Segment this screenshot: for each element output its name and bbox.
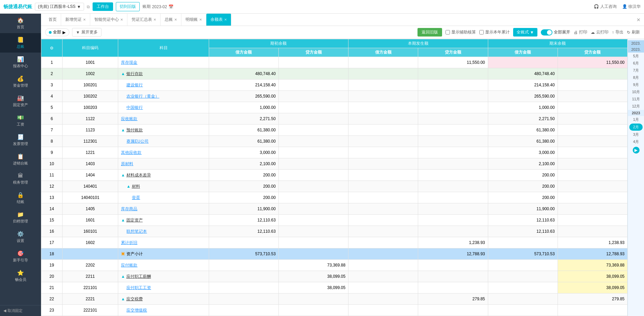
- row-num: 2: [41, 68, 63, 80]
- sidebar-item-invoice[interactable]: 🧾 发票管理: [0, 130, 41, 150]
- cloud-print-action[interactable]: ☁ 云打印: [591, 29, 608, 35]
- close-all-tabs[interactable]: ✕: [636, 14, 641, 26]
- account-name[interactable]: 中国银行: [118, 102, 209, 113]
- account-name[interactable]: ▣ 资产小计: [118, 248, 209, 260]
- print-action[interactable]: 🖨 打印: [574, 29, 587, 35]
- account-name[interactable]: ▲ 固定资产: [118, 215, 209, 226]
- calendar-icon[interactable]: 📅: [168, 4, 174, 9]
- toggle-expand[interactable]: [541, 29, 552, 35]
- sidebar-item-member[interactable]: ⭐ 畅会员: [0, 266, 41, 286]
- opening-debit: [209, 305, 278, 316]
- sidebar-item-guide[interactable]: 🎯 新手引导: [0, 247, 41, 266]
- account-name[interactable]: 赛属EU公司: [118, 136, 209, 147]
- sidebar-item-closing[interactable]: 🔒 结账: [0, 188, 41, 208]
- tab-ledger[interactable]: 总账 ✕: [161, 14, 181, 26]
- table-container[interactable]: ⚙ 科目编码 科目 期初余额 本期发生额 期末余额 借方金额 贷方金额 借方金额…: [41, 39, 628, 316]
- sidebar-item-home[interactable]: 🏠 首页: [0, 14, 41, 33]
- tab-voucher-summary-close[interactable]: ✕: [153, 18, 156, 21]
- account-name[interactable]: ▲ 材料: [118, 181, 209, 192]
- current-debit: [348, 158, 418, 170]
- check-assist-text: 显示辅助核算: [451, 29, 476, 35]
- account-name[interactable]: 应交增值税: [118, 305, 209, 316]
- opening-debit: 2,100.00: [209, 158, 278, 170]
- tab-detail[interactable]: 明细账 ✕: [181, 14, 206, 26]
- customer-service[interactable]: 🎧 人工咨询: [594, 4, 616, 10]
- account-name[interactable]: 壹蛋: [118, 192, 209, 203]
- check-ytd-label[interactable]: 显示本年累计: [479, 29, 510, 35]
- tab-ledger-close[interactable]: ✕: [174, 18, 177, 21]
- filter-all-button[interactable]: 全部 ▶: [45, 28, 69, 36]
- account-name[interactable]: 应付账款: [118, 260, 209, 271]
- account-name[interactable]: 农业银行（黄金）: [118, 91, 209, 102]
- th-settings[interactable]: ⚙: [41, 39, 63, 57]
- sidebar-item-reports[interactable]: 📊 报表中心: [0, 53, 41, 72]
- copy-icon[interactable]: ⧉: [87, 4, 90, 9]
- right-panel-toggle-icon[interactable]: ▶: [633, 147, 640, 154]
- account-name[interactable]: 建设银行: [118, 80, 209, 91]
- tab-voucher-add-close[interactable]: ✕: [83, 18, 86, 21]
- return-old-version-button[interactable]: 返回旧版: [417, 28, 442, 37]
- account-name[interactable]: 应收账款: [118, 113, 209, 125]
- right-panel-month-5[interactable]: 5月: [628, 53, 644, 60]
- tab-voucher-add[interactable]: 新增凭证 ✕: [61, 14, 90, 26]
- export-action[interactable]: ↑ 导出: [612, 29, 624, 35]
- account-name[interactable]: 库存商品: [118, 203, 209, 215]
- sidebar-bottom-unpin[interactable]: ◀ 取消固定: [0, 305, 41, 316]
- user-avatar[interactable]: 👤 徐汉华: [622, 4, 641, 10]
- sidebar-item-settings[interactable]: ⚙️ 设置: [0, 227, 41, 247]
- opening-credit: [278, 91, 348, 102]
- right-panel-month-8[interactable]: 8月: [628, 74, 644, 81]
- workbench-button[interactable]: 工作台: [93, 2, 113, 11]
- account-name[interactable]: 原材料: [118, 158, 209, 170]
- right-panel-month-3[interactable]: 3月: [628, 131, 644, 138]
- right-panel-month-7[interactable]: 7月: [628, 67, 644, 74]
- company-selector[interactable]: (先前) 江西股丰-LSS ▼: [35, 3, 84, 11]
- account-name[interactable]: ▲ 应交税费: [118, 293, 209, 305]
- right-panel-month-12[interactable]: 12月: [628, 103, 644, 110]
- sidebar-item-archive[interactable]: 📁 归档管理: [0, 208, 41, 227]
- account-name[interactable]: ▲ 银行存款: [118, 68, 209, 80]
- full-format-button[interactable]: 全账式 ▼: [513, 28, 537, 37]
- right-panel-month-9[interactable]: 9月: [628, 81, 644, 88]
- tab-voucher-summary[interactable]: 凭证汇总表 ✕: [127, 14, 161, 26]
- account-name[interactable]: ▲ 材料成本差异: [118, 170, 209, 181]
- check-assist-label[interactable]: 显示辅助核算: [446, 29, 476, 35]
- tab-balance[interactable]: 余额表 ✕: [206, 14, 231, 26]
- sidebar-item-sales[interactable]: 📋 进销台账: [0, 150, 41, 169]
- sidebar-item-ledger[interactable]: 📒 总账: [0, 33, 41, 53]
- account-name[interactable]: 累计折旧: [118, 237, 209, 248]
- right-panel: 2023. 2023. 5月 6月 7月 8月 9月 10月 11月 12月 2…: [628, 39, 644, 316]
- check-assist-input[interactable]: [446, 30, 450, 34]
- tab-balance-close[interactable]: ✕: [224, 18, 227, 21]
- check-ytd-input[interactable]: [479, 30, 484, 34]
- tab-home[interactable]: 首页: [44, 14, 61, 26]
- current-debit: [348, 260, 418, 271]
- right-panel-month-11[interactable]: 11月: [628, 96, 644, 103]
- opening-debit: [209, 57, 278, 68]
- sidebar-item-salary[interactable]: 💵 工资: [0, 111, 41, 130]
- right-panel-month-2[interactable]: 2月: [629, 124, 643, 131]
- account-name[interactable]: 联想笔记本: [118, 226, 209, 237]
- tab-smart-center[interactable]: 智能凭证中心 ✕: [90, 14, 127, 26]
- row-num: 16: [41, 226, 63, 237]
- switch-version-button[interactable]: 切到旧版: [116, 2, 140, 11]
- account-name[interactable]: 库存现金: [118, 57, 209, 68]
- sidebar-item-funds[interactable]: 💰 资金管理: [0, 72, 41, 91]
- right-panel-month-10[interactable]: 10月: [628, 88, 644, 96]
- right-panel-month-1[interactable]: 1月: [628, 116, 644, 123]
- tab-smart-center-close[interactable]: ✕: [120, 18, 123, 21]
- current-debit: [348, 136, 418, 147]
- refresh-action[interactable]: ↻ 刷新: [627, 29, 640, 35]
- right-panel-month-6[interactable]: 6月: [628, 60, 644, 67]
- account-name[interactable]: 其他应收款: [118, 147, 209, 158]
- expand-more-button[interactable]: ▼ 展开更多: [72, 28, 101, 37]
- right-panel-month-4[interactable]: 4月: [628, 138, 644, 145]
- tab-detail-close[interactable]: ✕: [199, 18, 202, 21]
- account-name[interactable]: 应付职工工资: [118, 282, 209, 293]
- account-name[interactable]: ▲ 应付职工薪酬: [118, 271, 209, 282]
- sidebar-item-tax[interactable]: 🏛 税务管理: [0, 169, 41, 188]
- account-name[interactable]: ▲ 预付账款: [118, 125, 209, 136]
- closing-debit: 265,590.00: [488, 91, 558, 102]
- sidebar-item-assets[interactable]: 🏭 固定资产: [0, 91, 41, 111]
- table-row: 61122应收账款2,271.502,271.50: [41, 113, 628, 125]
